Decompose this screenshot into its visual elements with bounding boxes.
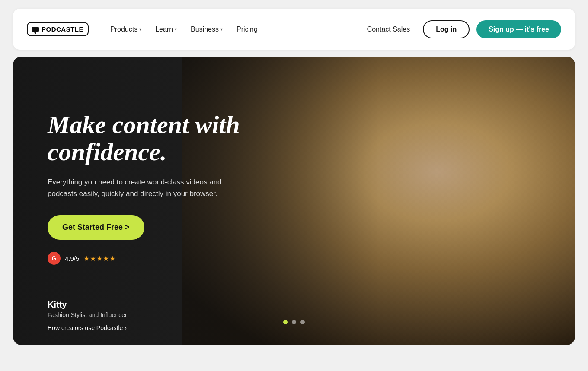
chevron-down-icon: ▾ (220, 27, 223, 32)
nav-business[interactable]: Business ▾ (185, 22, 229, 37)
nav-business-label: Business (191, 25, 219, 33)
nav-pricing[interactable]: Pricing (230, 22, 264, 37)
logo-text: PODCASTLE (42, 25, 83, 33)
signup-button[interactable]: Sign up — it's free (476, 20, 561, 38)
logo-icon (32, 27, 39, 32)
get-started-button[interactable]: Get Started Free > (48, 215, 144, 240)
hero-section: Make content with confidence. Everything… (13, 57, 575, 345)
carousel-dot-3[interactable] (300, 320, 305, 324)
hero-subtitle: Everything you need to create world-clas… (48, 176, 246, 200)
nav-pricing-label: Pricing (236, 25, 258, 33)
login-button[interactable]: Log in (423, 20, 470, 38)
navbar-left: PODCASTLE Products ▾ Learn ▾ Business ▾ … (27, 22, 264, 37)
navbar: PODCASTLE Products ▾ Learn ▾ Business ▾ … (13, 9, 575, 50)
g2-badge: G (48, 252, 61, 265)
navbar-right: Contact Sales Log in Sign up — it's free (361, 20, 561, 38)
chevron-down-icon: ▾ (139, 27, 141, 32)
creators-link[interactable]: How creators use Podcastle › (48, 324, 127, 331)
chevron-down-icon: ▾ (175, 27, 177, 32)
nav-links: Products ▾ Learn ▾ Business ▾ Pricing (104, 22, 264, 37)
nav-learn-label: Learn (155, 25, 173, 33)
hero-footer: Kitty Fashion Stylist and Influencer How… (48, 300, 127, 331)
rating-score: 4.9/5 (65, 255, 79, 262)
carousel-dot-2[interactable] (292, 320, 296, 324)
nav-learn[interactable]: Learn ▾ (149, 22, 183, 37)
contact-sales-link[interactable]: Contact Sales (361, 22, 416, 37)
carousel-dots (283, 320, 305, 324)
person-name: Kitty (48, 300, 127, 310)
hero-title: Make content with confidence. (48, 111, 281, 166)
person-role: Fashion Stylist and Influencer (48, 311, 127, 318)
nav-products[interactable]: Products ▾ (104, 22, 147, 37)
nav-products-label: Products (110, 25, 137, 33)
carousel-dot-1[interactable] (283, 320, 288, 324)
rating-row: G 4.9/5 ★★★★★ (48, 252, 281, 265)
logo[interactable]: PODCASTLE (27, 22, 89, 36)
star-rating: ★★★★★ (83, 254, 116, 263)
